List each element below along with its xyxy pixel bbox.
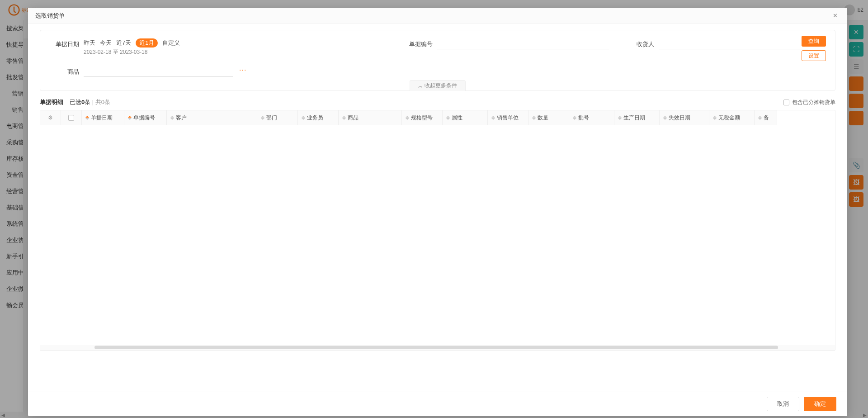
settings-button[interactable]: 设置 [802, 50, 826, 61]
col-label: 数量 [538, 114, 548, 122]
filter-receiver: 收货人 ··· [627, 38, 823, 49]
col-label: 销售单位 [497, 114, 519, 122]
col-code[interactable]: 单据编号 [124, 110, 167, 125]
receiver-input[interactable] [659, 38, 808, 49]
sort-icon [170, 116, 174, 120]
include-split-checkbox[interactable]: 包含已分摊销货单 [783, 99, 835, 106]
code-input[interactable] [437, 38, 609, 49]
col-remark[interactable]: 备 [755, 110, 777, 125]
goods-more-icon[interactable]: ··· [237, 66, 248, 74]
close-icon[interactable]: ✕ [830, 11, 840, 21]
col-label: 无税金额 [718, 114, 740, 122]
col-label: 部门 [266, 114, 277, 122]
filter-code: 单据编号 [406, 38, 609, 49]
col-label: 商品 [348, 114, 359, 122]
sort-icon [532, 116, 536, 120]
col-label: 生产日期 [623, 114, 645, 122]
filter-date: 单据日期 昨天今天近7天近1月自定义 2023-02-18 至 2023-03-… [52, 38, 180, 56]
col-pdate[interactable]: 生产日期 [614, 110, 660, 125]
sort-icon [618, 116, 622, 120]
col-batch[interactable]: 批号 [569, 110, 614, 125]
table-body-empty [40, 125, 835, 345]
date-range-text: 2023-02-18 至 2023-03-18 [84, 48, 180, 56]
cancel-button[interactable]: 取消 [767, 397, 799, 411]
sort-icon [85, 116, 89, 120]
include-split-label: 包含已分摊销货单 [792, 99, 835, 106]
sort-icon [302, 116, 305, 120]
col-qty[interactable]: 数量 [528, 110, 569, 125]
sort-icon [446, 116, 450, 120]
modal-title: 选取销货单 [35, 12, 65, 20]
date-option-0[interactable]: 昨天 [84, 39, 95, 47]
sort-icon [713, 116, 717, 120]
sort-icon [758, 116, 762, 120]
collapse-filters-label: 收起更多条件 [425, 82, 457, 90]
col-goods[interactable]: 商品 [339, 110, 402, 125]
col-dept[interactable]: 部门 [257, 110, 298, 125]
col-label: 批号 [578, 114, 589, 122]
search-button[interactable]: 查询 [802, 36, 826, 47]
results-table: ⚙单据日期单据编号客户部门业务员商品规格型号属性销售单位数量批号生产日期失效日期… [40, 110, 835, 351]
gear-icon: ⚙ [48, 114, 53, 121]
col-notax[interactable]: 无税金额 [709, 110, 755, 125]
collapse-filters-button[interactable]: ︽ 收起更多条件 [410, 80, 466, 91]
filter-panel: 单据日期 昨天今天近7天近1月自定义 2023-02-18 至 2023-03-… [40, 30, 835, 91]
col-label: 规格型号 [411, 114, 433, 122]
sort-icon [491, 116, 495, 120]
date-option-3[interactable]: 近1月 [136, 38, 158, 48]
filter-goods: 商品 ··· [52, 66, 248, 77]
sort-icon [663, 116, 667, 120]
col-label: 失效日期 [669, 114, 690, 122]
sort-icon [128, 116, 132, 120]
checkbox-icon [783, 100, 789, 105]
col-cust[interactable]: 客户 [167, 110, 257, 125]
confirm-button[interactable]: 确定 [804, 397, 836, 411]
detail-tab[interactable]: 单据明细 [40, 98, 63, 106]
col-sales[interactable]: 业务员 [298, 110, 339, 125]
select-sales-order-modal: 选取销货单 ✕ 单据日期 昨天今天近7天近1月自定义 2023-02-18 至 … [28, 8, 847, 416]
col-attr[interactable]: 属性 [443, 110, 488, 125]
filter-code-label: 单据编号 [406, 38, 433, 48]
col-label: 业务员 [307, 114, 323, 122]
col-chk[interactable] [61, 110, 82, 125]
filter-goods-label: 商品 [52, 66, 79, 76]
col-date[interactable]: 单据日期 [82, 110, 124, 125]
table-horizontal-scrollbar[interactable] [40, 345, 835, 350]
col-unit[interactable]: 销售单位 [488, 110, 528, 125]
filter-receiver-label: 收货人 [627, 38, 654, 48]
col-label: 属性 [452, 114, 462, 122]
sort-icon [573, 116, 576, 120]
goods-input[interactable] [84, 66, 233, 77]
filter-date-label: 单据日期 [52, 38, 79, 48]
sort-icon [342, 116, 346, 120]
col-label: 单据日期 [91, 114, 113, 122]
col-label: 客户 [176, 114, 187, 122]
col-spec[interactable]: 规格型号 [402, 110, 443, 125]
date-option-2[interactable]: 近7天 [116, 39, 131, 47]
sort-icon [406, 116, 409, 120]
date-option-1[interactable]: 今天 [100, 39, 112, 47]
col-label: 备 [764, 114, 769, 122]
col-gear[interactable]: ⚙ [40, 110, 61, 125]
sort-icon [261, 116, 264, 120]
select-all-checkbox[interactable] [68, 115, 74, 121]
selected-count: 已选0条 | 共0条 [70, 98, 110, 106]
col-label: 单据编号 [133, 114, 155, 122]
chevron-up-icon: ︽ [418, 83, 423, 89]
col-edate[interactable]: 失效日期 [660, 110, 709, 125]
date-option-4[interactable]: 自定义 [162, 39, 180, 47]
